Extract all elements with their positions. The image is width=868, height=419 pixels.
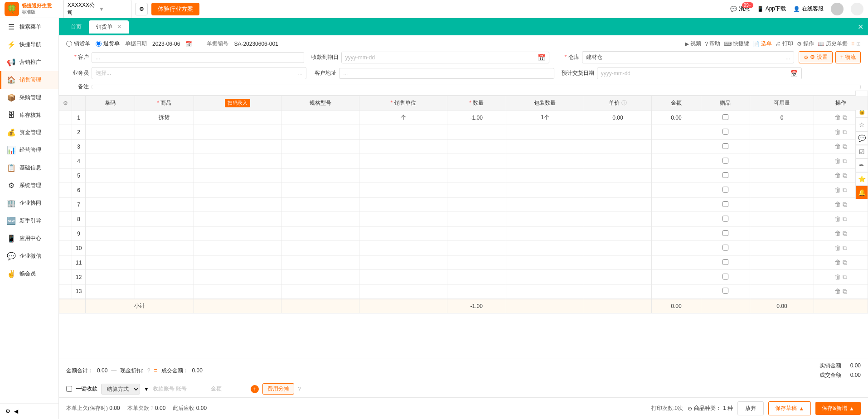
cell-qty-12[interactable]	[447, 284, 506, 299]
cell-amount-10[interactable]	[652, 255, 701, 270]
sidebar-item-marketing[interactable]: 📢 营销推广	[0, 53, 58, 71]
cell-pkg-qty-10[interactable]	[506, 255, 584, 270]
cell-spec-1[interactable]	[281, 125, 359, 140]
cell-amount-3[interactable]	[652, 154, 701, 169]
cell-price-8[interactable]	[584, 226, 651, 241]
cell-spec-3[interactable]	[281, 154, 359, 169]
cell-qty-8[interactable]	[447, 226, 506, 241]
sidebar-item-apps[interactable]: 📱 应用中心	[0, 230, 58, 247]
sidebar-item-enterprise[interactable]: 🏢 企业协同	[0, 194, 58, 212]
cell-unit-10[interactable]	[359, 255, 447, 270]
cell-product-12[interactable]	[135, 284, 194, 299]
sidebar-item-system[interactable]: ⚙ 系统管理	[0, 177, 58, 194]
account-input[interactable]: 收款账号 账号	[153, 385, 207, 393]
delivery-date-input[interactable]: yyyy-mm-dd 📅	[597, 67, 802, 79]
sidebar-item-guide[interactable]: 🆕 新手引导	[0, 212, 58, 230]
cell-price-1[interactable]	[584, 125, 651, 140]
cell-product-0[interactable]: 拆货	[135, 111, 194, 125]
note-input[interactable]	[92, 85, 861, 89]
cell-pkg-qty-9[interactable]	[506, 241, 584, 255]
cell-pkg-qty-3[interactable]	[506, 154, 584, 169]
app-download-button[interactable]: 📱 App下载	[757, 5, 786, 13]
save-new-button[interactable]: 保存&新增 ▲	[815, 402, 861, 415]
cell-product-10[interactable]	[135, 255, 194, 270]
discard-button[interactable]: 放弃	[737, 401, 764, 415]
delete-row-icon[interactable]: 🗑	[834, 172, 841, 179]
cell-product-7[interactable]	[135, 212, 194, 226]
delete-row-icon[interactable]: 🗑	[834, 259, 841, 266]
cell-qty-9[interactable]	[447, 241, 506, 255]
delete-row-icon[interactable]: 🗑	[834, 215, 841, 223]
warehouse-input[interactable]: 建材仓 ...	[582, 51, 795, 63]
cell-unit-5[interactable]	[359, 183, 447, 197]
discount-help-icon[interactable]: ?	[147, 367, 150, 374]
cell-gift-7[interactable]	[701, 212, 750, 226]
cell-gift-5[interactable]	[701, 183, 750, 197]
method-select[interactable]: 结算方式	[101, 384, 140, 395]
cell-unit-8[interactable]	[359, 226, 447, 241]
cell-gift-3[interactable]	[701, 154, 750, 169]
help-btn[interactable]: ? 帮助	[705, 40, 720, 48]
cell-product-8[interactable]	[135, 226, 194, 241]
sidebar-item-operations[interactable]: 📊 经营管理	[0, 141, 58, 159]
expense-help-icon[interactable]: ?	[298, 386, 301, 392]
cell-amount-12[interactable]	[652, 284, 701, 299]
cell-price-4[interactable]	[584, 169, 651, 183]
cell-gift-11[interactable]	[701, 270, 750, 284]
cell-spec-0[interactable]	[281, 111, 359, 125]
settings-icon[interactable]: ⚙	[135, 3, 148, 15]
sidebar-item-wechat[interactable]: 💬 企业微信	[0, 247, 58, 265]
copy-row-icon[interactable]: ⧉	[843, 259, 847, 266]
copy-row-icon[interactable]: ⧉	[843, 201, 847, 208]
cell-gift-6[interactable]	[701, 197, 750, 212]
cell-barcode-2[interactable]	[86, 140, 135, 154]
copy-row-icon[interactable]: ⧉	[843, 128, 847, 136]
delete-row-icon[interactable]: 🗑	[834, 143, 841, 150]
cell-barcode-7[interactable]	[86, 212, 135, 226]
company-selector[interactable]: XXXXXX公司 ▼	[63, 0, 131, 19]
cell-spec-5[interactable]	[281, 183, 359, 197]
add-payment-button[interactable]: +	[251, 385, 259, 393]
cell-pkg-qty-8[interactable]	[506, 226, 584, 241]
history-btn[interactable]: 📖 历史单据	[818, 40, 848, 48]
cell-unit-9[interactable]	[359, 241, 447, 255]
cell-unit-6[interactable]	[359, 197, 447, 212]
copy-row-icon[interactable]: ⧉	[843, 186, 847, 194]
delete-row-icon[interactable]: 🗑	[834, 244, 841, 252]
list-view-icon[interactable]: ≡	[851, 41, 854, 47]
cell-amount-8[interactable]	[652, 226, 701, 241]
expense-split-button[interactable]: 费用分摊	[262, 383, 294, 395]
setting-button[interactable]: ⚙ ⚙ 设置	[799, 51, 832, 63]
cell-qty-6[interactable]	[447, 197, 506, 212]
cell-qty-7[interactable]	[447, 212, 506, 226]
cell-unit-2[interactable]	[359, 140, 447, 154]
cell-product-3[interactable]	[135, 154, 194, 169]
delete-row-icon[interactable]: 🗑	[834, 157, 841, 165]
cell-pkg-qty-2[interactable]	[506, 140, 584, 154]
cell-barcode-11[interactable]	[86, 270, 135, 284]
print-btn[interactable]: 🖨 打印	[776, 40, 793, 48]
date-value[interactable]: 2023-06-06	[152, 41, 180, 47]
delete-row-icon[interactable]: 🗑	[834, 288, 841, 295]
scan-button[interactable]: 扫码录入	[225, 99, 250, 107]
cell-gift-0[interactable]	[701, 111, 750, 125]
copy-row-icon[interactable]: ⧉	[843, 215, 847, 223]
cell-unit-1[interactable]	[359, 125, 447, 140]
copy-row-icon[interactable]: ⧉	[843, 157, 847, 165]
cell-unit-4[interactable]	[359, 169, 447, 183]
cell-price-0[interactable]: 0.00	[584, 111, 651, 125]
delivery-date-calendar-icon[interactable]: 📅	[790, 70, 798, 77]
sidebar-item-finance[interactable]: 💰 资金管理	[0, 124, 58, 141]
cell-pkg-qty-1[interactable]	[506, 125, 584, 140]
online-service-button[interactable]: 👤 在线客服	[793, 5, 824, 13]
grid-view-icon[interactable]: ⊞	[856, 41, 861, 47]
cell-pkg-qty-7[interactable]	[506, 212, 584, 226]
cell-spec-11[interactable]	[281, 270, 359, 284]
cell-price-12[interactable]	[584, 284, 651, 299]
select-btn[interactable]: 📄 选单	[753, 40, 772, 48]
cell-barcode-5[interactable]	[86, 183, 135, 197]
cell-pkg-qty-4[interactable]	[506, 169, 584, 183]
cell-unit-3[interactable]	[359, 154, 447, 169]
cell-spec-2[interactable]	[281, 140, 359, 154]
cell-pkg-qty-11[interactable]	[506, 270, 584, 284]
